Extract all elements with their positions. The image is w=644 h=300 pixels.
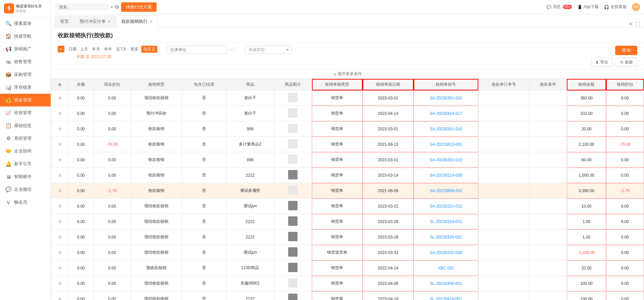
partner-dots[interactable]: ···	[229, 47, 235, 53]
cell-verify_bill_no-10[interactable]: SA-20230331-026	[414, 245, 478, 260]
sidebar: 6 畅捷通谱好生意 标准版 🔍搜索菜单🏠快捷导航📢营销推广🛍销售管理📦采购管理📊…	[0, 0, 51, 300]
refresh-button[interactable]: ↻ 刷新	[616, 58, 637, 67]
cell-receipt_order_no-1	[478, 106, 529, 121]
bill-no-link-4[interactable]: SA-20230301-010	[430, 158, 462, 162]
bill-no-link-2[interactable]: SA-20230301-010	[430, 127, 462, 131]
cell-verify_bill_no-3[interactable]: SA-20210813-001	[414, 137, 478, 152]
topbar-gear-icon[interactable]: ⚙	[115, 4, 119, 10]
cell-verify_type-2: 收款核销	[131, 121, 182, 137]
sidebar-item-guide[interactable]: 🔔新手引导	[0, 158, 51, 170]
table-row: ⚙0.00-2.76收款核销否测试多属性销货单2021-08-08SA-2021…	[51, 183, 644, 199]
date-btn-more[interactable]: 更多	[129, 46, 140, 53]
message-item[interactable]: 💬 消息 99+	[546, 4, 572, 10]
bill-no-link-12[interactable]: SL-20230408-001	[430, 281, 462, 286]
goods-img-2	[288, 124, 298, 133]
bill-type-select[interactable]: 单据类型	[245, 46, 292, 54]
cell-settings-8: ⚙	[51, 214, 69, 229]
cell-cash_discount-3: -70.00	[93, 137, 131, 152]
sidebar-item-purchase[interactable]: 📦采购管理	[0, 68, 51, 81]
sidebar-item-search[interactable]: 🔍搜索菜单	[0, 17, 51, 30]
bill-no-link-1[interactable]: SA-20230414-017	[430, 111, 462, 116]
sidebar-item-inventory[interactable]: 📊库存核算	[0, 81, 51, 94]
bill-no-link-10[interactable]: SA-20230331-026	[430, 250, 462, 255]
sidebar-item-wechat[interactable]: 💬企业微信	[0, 183, 51, 196]
cell-val-verify_discount-6: -2.76	[621, 188, 630, 193]
sidebar-label-finance: 资金管理	[14, 97, 32, 103]
bill-no-link-11[interactable]: ABC-001	[438, 266, 454, 270]
bill-no-link-8[interactable]: SL-20230328-001	[430, 219, 462, 224]
date-btn-this-year[interactable]: 本年	[103, 46, 113, 53]
user-avatar[interactable]: Rit	[632, 3, 640, 11]
filter-expand-button[interactable]: »	[58, 46, 64, 52]
date-btn-last-month[interactable]: 上月	[78, 46, 89, 53]
bill-no-link-3[interactable]: SA-20210813-001	[430, 142, 462, 147]
th-receipt_condition: 收款条件	[529, 79, 567, 90]
bill-no-link-9[interactable]: SL-20230328-002	[430, 235, 462, 240]
cell-verify_bill_no-7[interactable]: SA-20230321-012	[414, 199, 478, 214]
partner-input[interactable]	[167, 46, 227, 54]
filter-bill-type-area: 单据类型	[245, 46, 292, 54]
cell-receipt_condition-7	[529, 199, 567, 214]
cell-settings-0: ⚙	[51, 90, 69, 106]
cell-verify_bill_no-12[interactable]: SL-20230408-001	[414, 276, 478, 291]
sidebar-item-operation[interactable]: 📈经营管理	[0, 106, 51, 119]
tab-2[interactable]: 收款核销执行✕	[116, 15, 158, 28]
app-download-item[interactable]: 📱 App下载	[577, 4, 599, 10]
tab-close-1[interactable]: ✕	[108, 19, 111, 24]
cell-verify_type-11: 预收款核销	[131, 260, 182, 276]
cell-verify_bill_no-5[interactable]: SA-20230314-008	[414, 168, 478, 183]
sidebar-item-base[interactable]: 📋基础信息	[0, 119, 51, 132]
sidebar-item-sales[interactable]: 🛍销售管理	[0, 55, 51, 68]
sidebar-item-marketing[interactable]: 📢营销推广	[0, 43, 51, 55]
sidebar-item-nav[interactable]: 🏠快捷导航	[0, 30, 51, 43]
cell-settings-10: ⚙	[51, 245, 69, 260]
cell-verify_bill_no-13[interactable]: SL-20230418-001	[414, 291, 478, 300]
date-btn-7days[interactable]: 近7天	[115, 46, 128, 53]
cell-verify_discount-4: 0.00	[606, 152, 644, 168]
topbar-dropdown-icon[interactable]: ▾	[111, 5, 113, 9]
topbar-search-input[interactable]	[55, 3, 109, 11]
tab-0[interactable]: 首页	[55, 15, 74, 27]
cell-verify_bill_no-9[interactable]: SL-20230328-002	[414, 229, 478, 245]
industry-solution-button[interactable]: 休验行业方案	[121, 2, 157, 12]
cell-verify_discount-9: 0.00	[606, 229, 644, 245]
bill-no-link-13[interactable]: SL-20230418-001	[430, 297, 462, 300]
date-btn-custom[interactable]: 自定义	[141, 46, 157, 53]
cell-verify_bill_no-11[interactable]: ABC-001	[414, 260, 478, 276]
sidebar-item-member[interactable]: V畅会员	[0, 196, 51, 209]
bill-no-link-5[interactable]: SA-20230314-008	[430, 173, 462, 178]
cell-verify_bill_no-0[interactable]: SA-20230301-001	[414, 90, 478, 106]
goods-img-4	[288, 155, 298, 164]
sidebar-item-system[interactable]: ⚙系统管理	[0, 132, 51, 145]
cell-goods-12: 衣服00001	[226, 276, 274, 291]
chevron-down-icon: ∨	[333, 72, 336, 77]
cell-verify_bill_no-4[interactable]: SA-20230301-010	[414, 152, 478, 168]
bill-no-link-7[interactable]: SA-20230321-012	[430, 204, 462, 209]
cell-verify_type-0: 现结收款核销	[131, 90, 182, 106]
cell-verify_bill_no-2[interactable]: SA-20230301-010	[414, 121, 478, 137]
tab-close-2[interactable]: ✕	[150, 19, 153, 24]
cell-verify_bill_no-6[interactable]: SA-20210808-001	[414, 183, 478, 199]
cell-verify_bill_date-12: 2023-04-08	[363, 276, 414, 291]
maximize-icon[interactable]: ⛶	[635, 22, 640, 27]
close-all-icon[interactable]: ✕	[628, 21, 633, 27]
cell-verify_bill_no-8[interactable]: SL-20230328-001	[414, 214, 478, 229]
filter-row-main: » 日期 上月 本月 本年 近7天 更多 自定义 不限 至 2023-07-26	[58, 46, 637, 67]
cell-verify_bill_no-1[interactable]: SA-20230414-017	[414, 106, 478, 121]
data-table-area[interactable]: ⚙余额现金折扣核销类型包含已结清商品商品图片核销单据类型核销单据日期核销单据号收…	[51, 79, 644, 300]
bill-no-link-6[interactable]: SA-20210808-001	[430, 188, 462, 193]
cell-verify_bill_date-9: 2023-03-28	[363, 229, 414, 245]
cell-goods_img-12	[274, 276, 312, 291]
expand-more-button[interactable]: ∨ 展开更多条件	[333, 71, 362, 77]
export-button[interactable]: ⬆ 导出	[591, 58, 612, 67]
cell-receipt_condition-6	[529, 183, 567, 199]
sidebar-item-enterprise[interactable]: 🤝企业协同	[0, 145, 51, 158]
sidebar-label-marketing: 营销推广	[14, 46, 32, 52]
date-btn-this-month[interactable]: 本月	[91, 46, 101, 53]
sidebar-item-finance[interactable]: 💰资金管理	[0, 94, 51, 106]
tab-1[interactable]: 预付冲应付单✕	[74, 15, 116, 27]
query-button[interactable]: 查询	[615, 46, 637, 55]
bill-no-link-0[interactable]: SA-20230301-001	[430, 96, 462, 100]
sidebar-item-hardware[interactable]: 🖥智能硬件	[0, 170, 51, 183]
online-service-item[interactable]: 🎧 在线客服	[604, 4, 627, 10]
